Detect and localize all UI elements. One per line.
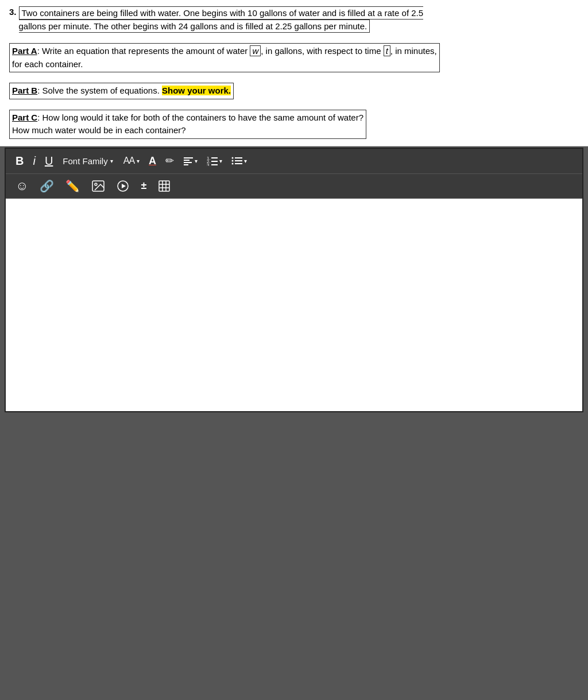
svg-rect-0 [184, 157, 193, 158]
question-text-line1: Two containers are being filled with wat… [19, 6, 424, 33]
pencil-button[interactable]: ✏️ [63, 178, 83, 194]
align-left-icon [183, 156, 194, 166]
font-color-button[interactable]: A [146, 154, 159, 168]
svg-rect-11 [235, 157, 242, 158]
toolbar-row2: ☺ 🔗 ✏️ ± [6, 174, 582, 199]
pencil-icon: ✏️ [65, 179, 80, 193]
part-c-section: Part C: How long would it take for both … [9, 110, 579, 139]
list-ordered-chevron: ▾ [219, 158, 222, 164]
svg-rect-1 [184, 160, 189, 161]
part-b-highlight: Show your work. [162, 86, 231, 95]
dark-bg-section [0, 412, 588, 659]
svg-rect-5 [211, 157, 218, 158]
svg-point-14 [232, 163, 234, 165]
font-family-label: Font Family [63, 156, 107, 166]
svg-rect-9 [211, 164, 218, 165]
eraser-icon: ✏ [165, 154, 174, 167]
svg-rect-3 [184, 164, 188, 165]
part-b-label: Part B [12, 86, 37, 95]
unordered-list-button[interactable]: ▾ [229, 154, 250, 167]
svg-rect-7 [211, 161, 218, 162]
font-size-label: AA [123, 156, 134, 166]
italic-button[interactable]: i [30, 153, 38, 169]
part-c-label: Part C [12, 113, 37, 122]
table-icon [158, 180, 171, 192]
svg-rect-15 [235, 163, 242, 164]
svg-point-12 [232, 160, 234, 162]
bold-button[interactable]: B [13, 153, 26, 169]
svg-point-10 [232, 157, 234, 159]
play-icon [117, 180, 129, 192]
align-left-button[interactable]: ▾ [180, 154, 200, 167]
font-color-label: A [149, 155, 156, 167]
part-b-section: Part B: Solve the system of equations. S… [9, 83, 579, 99]
play-button[interactable] [114, 179, 132, 194]
part-a-section: Part A: Write an equation that represent… [9, 43, 579, 72]
variable-w: w [250, 45, 261, 56]
emoji-icon: ☺ [16, 179, 28, 194]
editor-container: B i U Font Family ▾ AA ▾ A ✏ ▾ [5, 148, 583, 412]
svg-rect-13 [235, 160, 242, 161]
table-button[interactable] [155, 179, 173, 194]
font-size-dropdown[interactable]: AA ▾ [120, 154, 142, 167]
font-family-chevron: ▾ [110, 158, 113, 164]
variable-t: t [384, 45, 390, 56]
align-chevron: ▾ [195, 158, 198, 164]
list-unordered-chevron: ▾ [244, 158, 247, 164]
font-size-chevron: ▾ [137, 158, 139, 164]
formula-button[interactable]: ± [138, 179, 149, 193]
link-button[interactable]: 🔗 [37, 178, 57, 194]
svg-rect-20 [159, 181, 169, 191]
underline-button[interactable]: U [42, 153, 56, 169]
svg-text:3.: 3. [207, 163, 211, 166]
part-a-label: Part A [12, 46, 37, 56]
unordered-list-icon [231, 156, 243, 166]
formula-icon: ± [141, 180, 146, 192]
ordered-list-button[interactable]: 1. 2. 3. ▾ [204, 154, 225, 167]
link-icon: 🔗 [40, 179, 54, 193]
editor-content[interactable] [6, 199, 582, 411]
font-family-dropdown[interactable]: Font Family ▾ [59, 155, 116, 167]
question-text-block: Two containers are being filled with wat… [19, 7, 424, 33]
svg-marker-19 [122, 184, 126, 188]
question-number: 3. [9, 7, 17, 17]
emoji-button[interactable]: ☺ [13, 177, 31, 195]
eraser-button[interactable]: ✏ [163, 153, 177, 168]
svg-point-17 [95, 183, 97, 185]
toolbar-row1: B i U Font Family ▾ AA ▾ A ✏ ▾ [6, 149, 582, 174]
image-icon [91, 180, 105, 192]
question-area: 3. Two containers are being filled with … [0, 0, 588, 146]
image-button[interactable] [88, 179, 108, 194]
svg-rect-2 [184, 162, 192, 163]
ordered-list-icon: 1. 2. 3. [207, 156, 218, 166]
